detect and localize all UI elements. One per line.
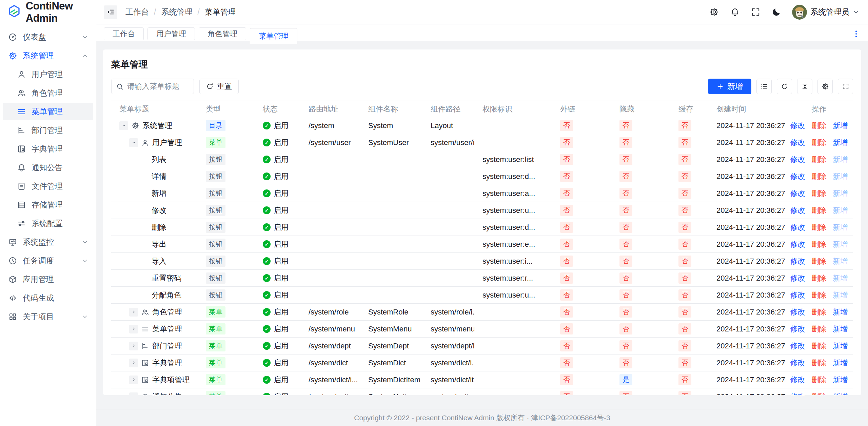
dark-mode-icon[interactable] xyxy=(771,7,781,17)
yes-no-badge: 否 xyxy=(678,357,691,368)
delete-action[interactable]: 删除 xyxy=(812,239,827,249)
reset-button[interactable]: 重置 xyxy=(199,79,239,94)
edit-action[interactable]: 修改 xyxy=(790,188,805,199)
sidebar-item-通知公告[interactable]: 通知公告 xyxy=(3,159,93,176)
add-child-action[interactable]: 新增 xyxy=(833,324,848,334)
delete-action[interactable]: 删除 xyxy=(812,392,827,395)
delete-action[interactable]: 删除 xyxy=(812,222,827,232)
topbar-icon-group xyxy=(709,7,781,17)
delete-action[interactable]: 删除 xyxy=(812,188,827,199)
tree-expand-toggle[interactable] xyxy=(129,308,138,317)
edit-action[interactable]: 修改 xyxy=(790,358,805,368)
tree-expand-toggle[interactable] xyxy=(119,121,128,130)
sidebar-item-关于项目[interactable]: 关于项目 xyxy=(3,308,93,325)
add-button[interactable]: 新增 xyxy=(708,79,751,94)
edit-action[interactable]: 修改 xyxy=(790,273,805,283)
status-label: 启用 xyxy=(274,222,289,232)
edit-action[interactable]: 修改 xyxy=(790,324,805,334)
add-child-action[interactable]: 新增 xyxy=(833,341,848,351)
delete-action[interactable]: 删除 xyxy=(812,290,827,300)
breadcrumb-item-系统管理[interactable]: 系统管理 xyxy=(161,7,192,17)
breadcrumb-item-菜单管理[interactable]: 菜单管理 xyxy=(205,7,236,17)
edit-action[interactable]: 修改 xyxy=(790,155,805,165)
table-settings-button[interactable] xyxy=(817,79,833,94)
sidebar-item-存储管理[interactable]: 存储管理 xyxy=(3,196,93,213)
delete-action[interactable]: 删除 xyxy=(812,341,827,351)
add-child-action[interactable]: 新增 xyxy=(833,138,848,148)
fullscreen-icon[interactable] xyxy=(751,7,761,17)
yes-no-badge: 否 xyxy=(678,289,691,301)
notifications-icon[interactable] xyxy=(730,7,740,17)
sidebar-item-角色管理[interactable]: 角色管理 xyxy=(3,84,93,101)
tree-expand-toggle[interactable] xyxy=(129,138,138,147)
sidebar-item-文件管理[interactable]: 文件管理 xyxy=(3,178,93,195)
add-child-action[interactable]: 新增 xyxy=(833,392,848,395)
sidebar-item-部门管理[interactable]: 部门管理 xyxy=(3,122,93,139)
refresh-table-button[interactable] xyxy=(777,79,792,94)
add-child-action[interactable]: 新增 xyxy=(833,307,848,317)
edit-action[interactable]: 修改 xyxy=(790,138,805,148)
sidebar-item-仪表盘[interactable]: 仪表盘 xyxy=(3,28,93,45)
sidebar-item-系统配置[interactable]: 系统配置 xyxy=(3,215,93,232)
edit-action[interactable]: 修改 xyxy=(790,375,805,385)
edit-action[interactable]: 修改 xyxy=(790,341,805,351)
cube-icon xyxy=(8,275,17,284)
add-child-action[interactable]: 新增 xyxy=(833,121,848,131)
sidebar-item-字典管理[interactable]: 字典管理 xyxy=(3,140,93,157)
tree-expand-toggle[interactable] xyxy=(129,325,138,333)
add-child-action[interactable]: 新增 xyxy=(833,358,848,368)
menu-title: 角色管理 xyxy=(152,307,182,317)
edit-action[interactable]: 修改 xyxy=(790,171,805,182)
status-enabled-icon: ✓ xyxy=(263,359,271,367)
tree-expand-toggle[interactable] xyxy=(129,359,138,367)
delete-action[interactable]: 删除 xyxy=(812,307,827,317)
delete-action[interactable]: 删除 xyxy=(812,121,827,131)
tab-菜单管理[interactable]: 菜单管理 xyxy=(250,28,297,44)
edit-action[interactable]: 修改 xyxy=(790,121,805,131)
column-header-组件名称: 组件名称 xyxy=(360,101,422,117)
delete-action[interactable]: 删除 xyxy=(812,324,827,334)
tab-工作台[interactable]: 工作台 xyxy=(104,27,144,40)
sidebar-item-用户管理[interactable]: 用户管理 xyxy=(3,66,93,83)
search-input[interactable] xyxy=(127,82,189,91)
sidebar-item-应用管理[interactable]: 应用管理 xyxy=(3,271,93,288)
add-child-action: 新增 xyxy=(833,188,848,199)
list-view-button[interactable] xyxy=(756,79,772,94)
tree-expand-toggle[interactable] xyxy=(129,392,138,395)
edit-action[interactable]: 修改 xyxy=(790,205,805,216)
edit-action[interactable]: 修改 xyxy=(790,392,805,395)
user-menu[interactable]: 系统管理员 xyxy=(792,5,859,20)
sidebar-item-系统监控[interactable]: 系统监控 xyxy=(3,234,93,250)
edit-action[interactable]: 修改 xyxy=(790,239,805,249)
row-height-button[interactable] xyxy=(797,79,812,94)
yes-no-badge: 否 xyxy=(560,289,573,301)
tree-expand-toggle[interactable] xyxy=(129,376,138,384)
edit-action[interactable]: 修改 xyxy=(790,256,805,266)
edit-action[interactable]: 修改 xyxy=(790,222,805,232)
edit-action[interactable]: 修改 xyxy=(790,307,805,317)
sidebar-item-菜单管理[interactable]: 菜单管理 xyxy=(3,103,93,120)
tabs-more-button[interactable] xyxy=(852,29,861,38)
delete-action[interactable]: 删除 xyxy=(812,256,827,266)
sidebar-collapse-button[interactable] xyxy=(104,5,117,19)
delete-action[interactable]: 删除 xyxy=(812,375,827,385)
settings-icon[interactable] xyxy=(709,7,719,17)
edit-action[interactable]: 修改 xyxy=(790,290,805,300)
tree-expand-toggle[interactable] xyxy=(129,342,138,350)
sidebar-item-系统管理[interactable]: 系统管理 xyxy=(3,47,93,64)
tab-用户管理[interactable]: 用户管理 xyxy=(147,27,195,40)
delete-action[interactable]: 删除 xyxy=(812,155,827,165)
delete-action[interactable]: 删除 xyxy=(812,273,827,283)
delete-action[interactable]: 删除 xyxy=(812,171,827,182)
sidebar-item-代码生成[interactable]: 代码生成 xyxy=(3,289,93,306)
chevron-down-icon xyxy=(81,313,88,320)
breadcrumb-item-工作台[interactable]: 工作台 xyxy=(125,7,149,17)
yes-no-badge: 否 xyxy=(678,306,691,318)
table-fullscreen-button[interactable] xyxy=(838,79,853,94)
tab-角色管理[interactable]: 角色管理 xyxy=(199,27,246,40)
delete-action[interactable]: 删除 xyxy=(812,205,827,216)
add-child-action[interactable]: 新增 xyxy=(833,375,848,385)
delete-action[interactable]: 删除 xyxy=(812,358,827,368)
sidebar-item-任务调度[interactable]: 任务调度 xyxy=(3,252,93,269)
delete-action[interactable]: 删除 xyxy=(812,138,827,148)
